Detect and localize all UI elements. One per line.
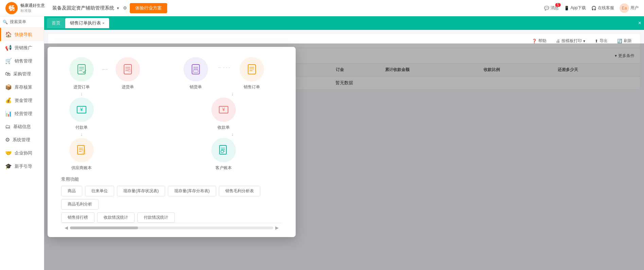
customer-circle xyxy=(211,138,236,162)
top-right-area: 💬 消息 5 📱 App下载 🎧 在线客服 Ea 用户 xyxy=(544,3,639,13)
user-area[interactable]: Ea 用户 xyxy=(620,3,639,13)
system-title: 装备及固定资产辅助管理系统 xyxy=(52,5,114,11)
supplier-circle xyxy=(69,138,94,162)
h-arrow-1: - - - → xyxy=(102,57,107,72)
purchase-bill-node[interactable]: 进货单 xyxy=(107,57,148,90)
app-download-btn[interactable]: 📱 App下载 xyxy=(564,5,586,11)
sales-bill-label: 销货单 xyxy=(190,84,202,90)
func-stock-dist-btn[interactable]: 现存量(库存分布表) xyxy=(168,186,216,196)
sales-order-node[interactable]: 销售订单 xyxy=(231,57,272,90)
modal-overlay: 进货订单 ↓ ¥ xyxy=(44,43,644,270)
finance-icon: 💰 xyxy=(5,97,12,104)
purchase-order-circle xyxy=(69,57,94,82)
purchase-order-node[interactable]: 进货订单 xyxy=(61,57,102,90)
scroll-track xyxy=(70,227,273,229)
sidebar-item-newbie[interactable]: 🎓 新手引导 xyxy=(0,160,44,173)
experience-btn[interactable]: 体验行业方案 xyxy=(130,3,167,13)
payment-label: 付款单 xyxy=(75,125,88,130)
settings-icon[interactable]: ⚙ xyxy=(123,5,127,11)
enterprise-icon: 🤝 xyxy=(5,150,12,156)
flow-diagram: 进货订单 ↓ ¥ xyxy=(61,57,282,171)
sidebar-item-system[interactable]: ⚙ 系统管理 xyxy=(0,133,44,146)
message-btn[interactable]: 💬 消息 5 xyxy=(544,5,559,11)
func-buttons-row1: 商品 往来单位 现存量(库存状况表) 现存量(库存分布表) 销售毛利分析表 商品… xyxy=(61,186,282,210)
sales-order-label: 销售订单 xyxy=(244,84,260,90)
supplier-ledger-node[interactable]: 供应商账本 xyxy=(61,138,102,171)
system-title-area: 装备及固定资产辅助管理系统 ▾ ⚙ xyxy=(50,5,127,11)
system-icon: ⚙ xyxy=(5,137,10,143)
sidebar-item-enterprise[interactable]: 🤝 企业协同 xyxy=(0,146,44,160)
scroll-left-icon[interactable]: ◀ xyxy=(65,225,68,230)
online-service-btn[interactable]: 🎧 在线客服 xyxy=(591,5,614,11)
right-flow: 销货单 ← - - - xyxy=(175,57,272,171)
purchase-bill-circle xyxy=(116,57,140,82)
tab-close-icon[interactable]: × xyxy=(102,21,104,25)
middle-left-flow: 进货单 xyxy=(107,57,148,90)
svg-text:¥: ¥ xyxy=(222,107,225,112)
close-all-tabs-btn[interactable]: × xyxy=(638,20,641,26)
func-buttons-row2: 销售排行榜 收款情况统计 付款情况统计 xyxy=(61,212,282,223)
sidebar-item-sales[interactable]: 🛒 销售管理 xyxy=(0,54,44,68)
logo-text: 畅康通好生意 标准版 xyxy=(20,3,45,13)
payment-bill-node[interactable]: ¥ 付款单 xyxy=(61,97,102,130)
arrow-down-1: ↓ xyxy=(81,90,83,97)
page-content: ❓ 帮助 🖨 按模板打印 ▾ ⬆ 导出 🔄 刷新 xyxy=(44,30,644,270)
func-goods-btn[interactable]: 商品 xyxy=(61,186,82,196)
svg-rect-19 xyxy=(193,70,198,72)
sidebar-item-operations[interactable]: 📊 经营管理 xyxy=(0,107,44,120)
tab-bar: 首页 销售订单执行表 × × xyxy=(44,16,644,30)
sales-order-circle xyxy=(240,57,264,82)
customer-ledger-node[interactable]: 客户账本 xyxy=(203,138,244,171)
func-sales-rank-btn[interactable]: 销售排行榜 xyxy=(61,212,94,223)
tab-home[interactable]: 首页 xyxy=(47,18,65,28)
sidebar-item-purchase[interactable]: 🛍 采购管理 xyxy=(0,68,44,80)
func-contacts-btn[interactable]: 往来单位 xyxy=(85,186,114,196)
arrow-down-3: ↓ xyxy=(81,130,83,138)
logo-area: 畅 畅康通好生意 标准版 xyxy=(5,2,50,14)
receipt-bill-node[interactable]: ¥ 收款单 xyxy=(203,97,244,130)
sidebar-item-basic-info[interactable]: 🗂 基础信息 xyxy=(0,120,44,133)
func-receipt-stat-btn[interactable]: 收款情况统计 xyxy=(97,212,135,223)
svg-rect-16 xyxy=(192,65,199,74)
system-dropdown-btn[interactable]: ▾ xyxy=(117,6,119,11)
sales-bill-node[interactable]: 销货单 xyxy=(175,57,216,90)
scroll-thumb[interactable] xyxy=(70,227,138,229)
customer-ledger-label: 客户账本 xyxy=(215,165,232,171)
svg-rect-20 xyxy=(248,65,256,74)
content-area: 首页 销售订单执行表 × × ❓ 帮助 🖨 xyxy=(44,16,644,270)
sales-row: 销货单 ← - - - xyxy=(175,57,272,90)
receipt-label: 收款单 xyxy=(217,125,230,130)
refresh-icon: 🔄 xyxy=(617,39,622,43)
receipt-arrow-down: ↓ xyxy=(214,130,234,138)
newbie-icon: 🎓 xyxy=(5,163,12,169)
func-sales-profit-btn[interactable]: 销售毛利分析表 xyxy=(219,186,260,196)
tab-sales-order-exec[interactable]: 销售订单执行表 × xyxy=(65,18,109,28)
sidebar-search[interactable]: 🔍 搜索菜单 xyxy=(0,16,44,28)
print-icon: 🖨 xyxy=(556,39,560,43)
left-flow: 进货订单 ↓ ¥ xyxy=(61,57,102,171)
sidebar-item-marketing[interactable]: 📢 营销推广 xyxy=(0,41,44,54)
func-payment-stat-btn[interactable]: 付款情况统计 xyxy=(137,212,175,223)
operations-icon: 📊 xyxy=(5,110,12,117)
sales-arrow-down: ↓ xyxy=(214,90,234,97)
sales-bill-circle xyxy=(184,57,208,82)
scroll-right-icon[interactable]: ▶ xyxy=(275,225,279,230)
sales-icon: 🛒 xyxy=(5,58,12,64)
func-goods-profit-btn[interactable]: 商品毛利分析 xyxy=(61,199,99,210)
sidebar-item-quick-nav[interactable]: 🏠 快捷导航 xyxy=(0,28,44,41)
sidebar: 🔍 搜索菜单 🏠 快捷导航 📢 营销推广 🛒 销售管理 🛍 采购管理 📦 xyxy=(0,16,44,270)
export-icon: ⬆ xyxy=(595,39,598,43)
payment-circle: ¥ xyxy=(69,97,94,122)
logo-icon: 畅 xyxy=(5,2,18,14)
sidebar-item-finance[interactable]: 💰 资金管理 xyxy=(0,94,44,107)
print-dropdown-icon: ▾ xyxy=(583,39,585,43)
user-avatar: Ea xyxy=(620,3,629,13)
help-icon: ❓ xyxy=(532,39,537,43)
basic-info-icon: 🗂 xyxy=(5,124,11,130)
purchase-bill-label: 进货单 xyxy=(122,84,134,90)
sidebar-item-inventory[interactable]: 📦 库存核算 xyxy=(0,80,44,94)
common-functions-section: 常用功能 商品 往来单位 现存量(库存状况表) 现存量(库存分布表) 销售毛利分… xyxy=(61,176,282,223)
modal-body: 进货订单 ↓ ¥ xyxy=(48,47,296,237)
receipt-circle: ¥ xyxy=(211,97,236,122)
func-stock-status-btn[interactable]: 现存量(库存状况表) xyxy=(117,186,165,196)
